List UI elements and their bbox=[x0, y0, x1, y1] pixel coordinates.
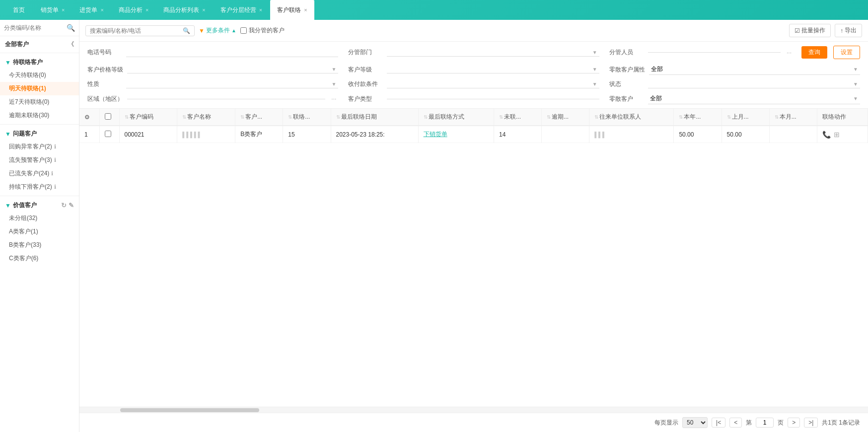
nav-product-analysis[interactable]: 商品分析 × bbox=[112, 0, 155, 20]
th-code[interactable]: ⇅客户编码 bbox=[119, 109, 177, 126]
sidebar-item-churned[interactable]: 已流失客户(24) ℹ bbox=[0, 167, 79, 180]
filter-payment-row: 收付款条件 ▼ bbox=[348, 80, 599, 88]
price-level-select[interactable]: ▼ bbox=[127, 66, 338, 73]
last-page-btn[interactable]: >| bbox=[804, 418, 818, 428]
th-name[interactable]: ⇅客户名称 bbox=[177, 109, 235, 126]
payment-select[interactable]: ▼ bbox=[387, 80, 599, 88]
customer-type-input[interactable] bbox=[387, 99, 599, 99]
th-this-year[interactable]: ⇅本年... bbox=[674, 109, 722, 126]
nature-select[interactable]: ▼ bbox=[126, 80, 338, 88]
sidebar-item-tomorrow[interactable]: 明天待联络(1) bbox=[0, 82, 79, 95]
sidebar-search-icon[interactable]: 🔍 bbox=[67, 24, 75, 32]
refresh-icon[interactable]: ↻ bbox=[61, 202, 67, 209]
th-overdue[interactable]: ⇅逾期... bbox=[542, 109, 589, 126]
th-contact[interactable]: ⇅联络... bbox=[283, 109, 331, 126]
my-customers-check[interactable] bbox=[240, 27, 247, 34]
region-input[interactable] bbox=[127, 99, 325, 99]
nav-product-analysis-close[interactable]: × bbox=[145, 7, 148, 13]
th-this-month[interactable]: ⇅本月... bbox=[769, 109, 817, 126]
current-page-input[interactable] bbox=[756, 418, 774, 428]
status-select[interactable]: ▼ bbox=[648, 80, 860, 88]
problem-group-header[interactable]: ▼ 问题客户 bbox=[0, 127, 79, 140]
pending-group-label: 待联络客户 bbox=[13, 58, 43, 67]
chevron-up-icon: ▲ bbox=[231, 28, 236, 33]
sidebar-item-class-b[interactable]: B类客户(33) bbox=[0, 238, 79, 252]
sidebar-search-input[interactable] bbox=[4, 24, 67, 31]
next-page-btn[interactable]: > bbox=[788, 418, 800, 428]
prev-page-btn[interactable]: < bbox=[729, 418, 742, 428]
nav-sales-order-label: 销货单 bbox=[41, 6, 59, 14]
scroll-thumb[interactable] bbox=[120, 408, 259, 412]
filter-status-row: 状态 ▼ bbox=[609, 80, 860, 88]
row-checkbox[interactable] bbox=[105, 131, 111, 137]
sidebar-item-today[interactable]: 今天待联络(0) bbox=[0, 69, 79, 82]
region-dots-btn[interactable]: ··· bbox=[329, 95, 338, 102]
nav-sales-order[interactable]: 销货单 × bbox=[34, 0, 72, 20]
nav-purchase-order-close[interactable]: × bbox=[100, 7, 103, 13]
edit-icon[interactable]: ✎ bbox=[69, 202, 74, 209]
nav-product-analysis-list[interactable]: 商品分析列表 × bbox=[156, 0, 212, 20]
nav-customer-contact[interactable]: 客户联络 × bbox=[270, 0, 314, 20]
retail-customer-select[interactable]: 全部 ▼ bbox=[648, 93, 860, 104]
horizontal-scrollbar[interactable] bbox=[79, 407, 868, 413]
sort-icon-code: ⇅ bbox=[125, 114, 129, 120]
sidebar-item-abnormal[interactable]: 回购异常客户(2) ℹ bbox=[0, 140, 79, 153]
th-action: 联络动作 bbox=[817, 109, 868, 126]
th-last-date[interactable]: ⇅最后联络日期 bbox=[331, 109, 418, 126]
sidebar-item-ungrouped[interactable]: 未分组(32) bbox=[0, 212, 79, 225]
query-btn[interactable]: 查询 bbox=[801, 46, 827, 59]
batch-operation-btn[interactable]: ☑ 批量操作 bbox=[789, 24, 831, 37]
info-icon-1: ℹ bbox=[54, 144, 56, 150]
th-checkbox[interactable] bbox=[99, 109, 119, 126]
sidebar-item-overdue[interactable]: 逾期未联络(30) bbox=[0, 109, 79, 122]
settings-btn[interactable]: 设置 bbox=[833, 46, 860, 59]
dept-select[interactable]: ▼ bbox=[387, 49, 599, 57]
value-group-icons: ↻ ✎ bbox=[61, 202, 74, 209]
value-group-header[interactable]: ▼ 价值客户 ↻ ✎ bbox=[0, 198, 79, 212]
customer-type-label: 客户类型 bbox=[348, 95, 383, 103]
all-customers-label[interactable]: 全部客户 《 bbox=[0, 36, 79, 51]
advanced-filter: 电话号码 分管部门 ▼ 分管人员 ··· 查询 设置 客户价格等级 ▼ bbox=[79, 42, 868, 109]
select-all-checkbox[interactable] bbox=[105, 113, 111, 120]
nav-purchase-order[interactable]: 进货单 × bbox=[72, 0, 110, 20]
main-layout: 🔍 全部客户 《 ▼ 待联络客户 今天待联络(0) 明天待联络(1) 近7天待联… bbox=[0, 20, 868, 432]
th-not-contacted[interactable]: ⇅未联... bbox=[494, 109, 541, 126]
nav-customer-tier[interactable]: 客户分层经营 × bbox=[214, 0, 269, 20]
grid-icon[interactable]: ⊞ bbox=[834, 131, 840, 139]
sidebar-collapse-icon[interactable]: 《 bbox=[68, 40, 74, 49]
manager-dots-btn[interactable]: ··· bbox=[785, 49, 794, 56]
th-type[interactable]: ⇅客户... bbox=[235, 109, 283, 126]
manager-input[interactable] bbox=[648, 52, 781, 53]
search-input[interactable] bbox=[90, 27, 183, 34]
pending-group-header[interactable]: ▼ 待联络客户 bbox=[0, 55, 79, 69]
nav-product-analysis-list-close[interactable]: × bbox=[202, 7, 205, 13]
cell-checkbox[interactable] bbox=[99, 126, 119, 143]
price-level-label: 客户价格等级 bbox=[87, 66, 123, 74]
cell-last-method[interactable]: 下销货单 bbox=[418, 126, 494, 143]
search-magnifier-icon[interactable]: 🔍 bbox=[183, 27, 190, 34]
th-last-month[interactable]: ⇅上月... bbox=[722, 109, 769, 126]
sidebar-item-class-a[interactable]: A类客户(1) bbox=[0, 225, 79, 238]
first-page-btn[interactable]: |< bbox=[712, 418, 725, 428]
customer-level-select[interactable]: ▼ bbox=[387, 66, 599, 73]
nav-sales-order-close[interactable]: × bbox=[62, 7, 65, 13]
my-customers-checkbox[interactable]: 我分管的客户 bbox=[240, 26, 285, 35]
call-icon[interactable]: 📞 bbox=[822, 131, 831, 139]
filter-dept-row: 分管部门 ▼ bbox=[348, 46, 599, 59]
th-contact-person[interactable]: ⇅往来单位联系人 bbox=[589, 109, 674, 126]
per-page-select[interactable]: 50 100 200 bbox=[682, 417, 708, 428]
retail-attr-select[interactable]: 全部 ▼ bbox=[649, 64, 860, 75]
th-last-method[interactable]: ⇅最后联络方式 bbox=[418, 109, 494, 126]
sidebar-item-churn-warning[interactable]: 流失预警客户(3) ℹ bbox=[0, 153, 79, 167]
cell-contact-count: 15 bbox=[283, 126, 331, 143]
nav-customer-contact-close[interactable]: × bbox=[304, 7, 307, 13]
export-btn[interactable]: ↑ 导出 bbox=[835, 24, 862, 37]
more-conditions-btn[interactable]: ▼ 更多条件 ▲ bbox=[199, 26, 236, 35]
sidebar-item-declining[interactable]: 持续下滑客户(2) ℹ bbox=[0, 180, 79, 194]
nav-home[interactable]: 首页 bbox=[5, 0, 33, 20]
th-settings[interactable]: ⚙ bbox=[79, 109, 99, 126]
phone-input[interactable] bbox=[126, 48, 338, 57]
sidebar-item-class-c[interactable]: C类客户(6) bbox=[0, 252, 79, 265]
sidebar-item-7days[interactable]: 近7天待联络(0) bbox=[0, 95, 79, 109]
nav-customer-tier-close[interactable]: × bbox=[259, 7, 262, 13]
